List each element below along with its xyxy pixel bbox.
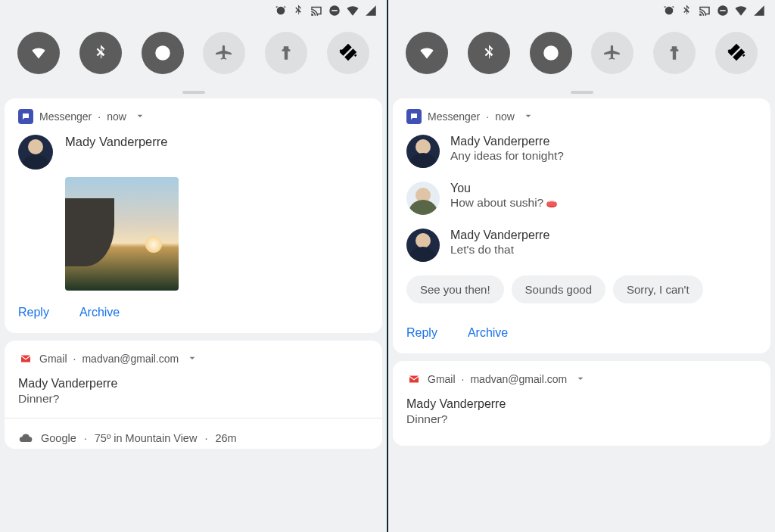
weather-age: 26m — [215, 432, 236, 444]
chevron-down-icon[interactable] — [186, 352, 198, 366]
cast-icon — [310, 4, 323, 17]
archive-button[interactable]: Archive — [79, 306, 120, 319]
notification-time: now — [495, 110, 515, 123]
app-name: Messenger — [39, 110, 92, 123]
notification-gmail[interactable]: Gmail · madvan@gmail.com Mady Vanderperr… — [393, 361, 770, 446]
smart-reply-chip[interactable]: Sounds good — [512, 275, 605, 303]
status-bar — [0, 0, 387, 21]
qs-bluetooth[interactable] — [79, 32, 122, 74]
notification-messenger[interactable]: Messenger · now Mady Vanderperre Reply — [5, 98, 382, 333]
notification-header[interactable]: Gmail · madvan@gmail.com — [406, 372, 757, 387]
messenger-app-icon — [18, 109, 33, 124]
app-name: Gmail — [39, 353, 67, 365]
sushi-icon — [545, 197, 559, 210]
status-bar — [388, 0, 775, 21]
bluetooth-icon — [479, 43, 499, 63]
qs-autorotate[interactable] — [327, 32, 369, 74]
sender-name: Mady Vanderperre — [65, 135, 167, 149]
dnd-icon — [328, 4, 341, 17]
screen-right: Messenger · now Mady Vanderperre Any ide… — [388, 0, 775, 532]
wifi-icon — [417, 43, 437, 63]
gmail-app-icon — [406, 372, 422, 387]
message-text: Any ideas for tonight? — [450, 149, 564, 163]
notification-gmail[interactable]: Gmail · madvan@gmail.com Mady Vanderperr… — [5, 341, 382, 449]
smart-reply-chip[interactable]: Sorry, I can't — [613, 275, 703, 303]
sender-name: Mady Vanderperre — [450, 135, 564, 148]
message-text: How about sushi? — [450, 196, 559, 210]
wifi-icon — [29, 43, 48, 63]
chevron-down-icon[interactable] — [574, 372, 587, 387]
email-subject: Dinner? — [406, 412, 757, 426]
qs-dnd[interactable] — [142, 32, 184, 74]
sender-name: Mady Vanderperre — [406, 397, 757, 411]
screen-left: Messenger · now Mady Vanderperre Reply — [0, 0, 387, 532]
autorotate-icon — [338, 43, 358, 63]
gmail-app-icon — [18, 351, 33, 366]
bluetooth-icon — [291, 4, 305, 17]
qs-flashlight[interactable] — [265, 32, 307, 74]
message: Mady Vanderperre Let's do that — [406, 229, 757, 262]
alarm-icon — [663, 5, 675, 17]
qs-bluetooth[interactable] — [468, 32, 510, 74]
notification-header[interactable]: Gmail · madvan@gmail.com — [18, 351, 369, 366]
gmail-account: madvan@gmail.com — [470, 373, 567, 385]
wifi-icon — [734, 4, 748, 17]
sender-name: Mady Vanderperre — [450, 229, 549, 242]
qs-flashlight[interactable] — [653, 32, 696, 74]
avatar — [18, 135, 53, 170]
weather-source: Google — [41, 432, 76, 444]
quick-settings — [0, 21, 387, 91]
cast-icon — [698, 4, 711, 17]
avatar — [406, 135, 440, 168]
smart-replies: See you then! Sounds good Sorry, I can't — [406, 275, 757, 303]
notification-weather[interactable]: Google · 75º in Mountain View · 26m — [18, 428, 369, 446]
messenger-app-icon — [406, 109, 422, 124]
message: You How about sushi? — [406, 182, 757, 215]
reply-button[interactable]: Reply — [406, 326, 437, 340]
avatar — [406, 229, 440, 262]
sender-name: Mady Vanderperre — [18, 377, 369, 390]
notification-messenger[interactable]: Messenger · now Mady Vanderperre Any ide… — [393, 98, 770, 353]
notifications: Messenger · now Mady Vanderperre Reply — [0, 98, 387, 449]
flashlight-icon — [276, 43, 296, 63]
dnd-icon — [541, 43, 561, 63]
qs-dnd[interactable] — [530, 32, 572, 74]
notification-header[interactable]: Messenger · now — [406, 109, 757, 124]
chevron-down-icon[interactable] — [134, 110, 146, 124]
drag-handle[interactable] — [182, 91, 205, 94]
chevron-down-icon[interactable] — [522, 110, 534, 124]
email-subject: Dinner? — [18, 392, 369, 406]
gmail-account: madvan@gmail.com — [82, 353, 179, 365]
qs-wifi[interactable] — [17, 32, 60, 74]
signal-icon — [752, 4, 766, 17]
notifications: Messenger · now Mady Vanderperre Any ide… — [388, 98, 775, 446]
dnd-icon — [716, 4, 730, 17]
airplane-icon — [602, 43, 622, 63]
message-text: Let's do that — [450, 243, 549, 257]
app-name: Gmail — [428, 373, 456, 385]
wifi-icon — [346, 4, 359, 17]
signal-icon — [364, 4, 378, 17]
smart-reply-chip[interactable]: See you then! — [406, 275, 504, 303]
weather-temp: 75º in Mountain View — [95, 432, 198, 444]
divider — [5, 418, 382, 418]
cloud-icon — [18, 431, 33, 446]
reply-button[interactable]: Reply — [18, 306, 49, 319]
qs-airplane[interactable] — [591, 32, 633, 74]
bluetooth-icon — [91, 43, 110, 63]
autorotate-icon — [727, 43, 746, 63]
alarm-icon — [275, 5, 287, 17]
quick-settings — [388, 21, 775, 91]
qs-autorotate[interactable] — [715, 32, 758, 74]
app-name: Messenger — [428, 110, 480, 123]
dnd-icon — [153, 43, 173, 63]
drag-handle[interactable] — [571, 91, 593, 94]
image-attachment[interactable] — [65, 177, 179, 291]
sender-name: You — [450, 182, 559, 195]
qs-wifi[interactable] — [406, 32, 448, 74]
message: Mady Vanderperre Any ideas for tonight? — [406, 135, 757, 168]
archive-button[interactable]: Archive — [468, 326, 508, 340]
qs-airplane[interactable] — [203, 32, 245, 74]
notification-header[interactable]: Messenger · now — [18, 109, 369, 124]
flashlight-icon — [665, 43, 684, 63]
